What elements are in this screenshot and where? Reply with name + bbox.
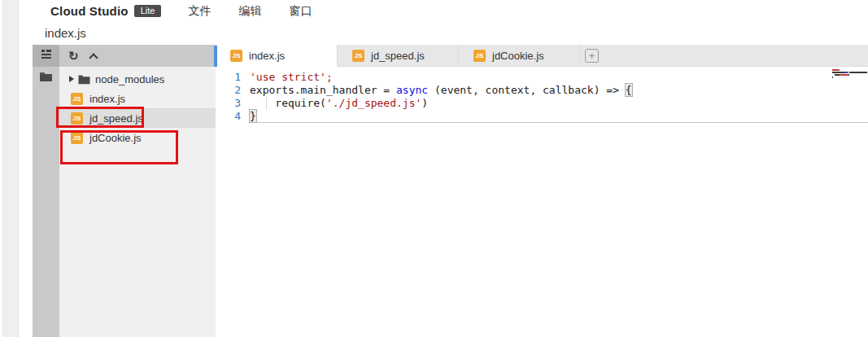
folder-icon: [78, 74, 90, 85]
annotation-box-jd-speed: [56, 107, 144, 128]
minimap-line: [832, 69, 866, 71]
code-editor[interactable]: 1'use strict';2exports.main_handler = as…: [216, 67, 868, 337]
minimap-line: [832, 72, 866, 73]
editor-tab-bar: JSindex.jsJSjd_speed.jsJSjdCookie.js+: [216, 45, 868, 67]
line-text: require('./jd_speed.js'): [250, 97, 868, 110]
minimap-line: [832, 74, 866, 76]
tree-item-label: node_modules: [95, 73, 164, 85]
menu-item-0[interactable]: 文件: [188, 4, 211, 19]
tab-bar-filler: [617, 45, 868, 67]
code-line-3: 3 require('./jd_speed.js'): [216, 97, 868, 110]
tab-jdCookie-js[interactable]: JSjdCookie.js: [459, 45, 580, 67]
code-line-1: 1'use strict';: [216, 71, 868, 84]
window-title-bar: index.js: [33, 22, 868, 45]
collapsed-arrow-icon: [69, 76, 74, 82]
explorer-button[interactable]: [33, 67, 59, 90]
tree-view-icon: [40, 48, 53, 64]
window-title: index.js: [33, 22, 868, 45]
activity-bar: [33, 45, 59, 337]
menu-item-1[interactable]: 编辑: [238, 4, 261, 19]
line-number: 1: [216, 71, 250, 84]
outer-left-gutter: [2, 0, 19, 337]
annotation-box-jdcookie: [60, 130, 178, 164]
line-number: 2: [216, 84, 250, 97]
code-line-4: 4}: [216, 110, 868, 123]
tree-view-button[interactable]: [33, 45, 59, 67]
line-text: }: [250, 110, 868, 123]
lite-badge: Lite: [134, 5, 162, 17]
indent-guide: [266, 97, 267, 110]
explorer-toolbar: ↻: [59, 45, 216, 67]
tree-item-node_modules[interactable]: node_modules: [59, 69, 216, 89]
refresh-icon[interactable]: ↻: [68, 49, 79, 63]
code-lines: 1'use strict';2exports.main_handler = as…: [216, 71, 868, 123]
js-file-icon: JS: [230, 50, 242, 62]
tree-item-index-js[interactable]: JSindex.js: [59, 89, 216, 108]
file-explorer-panel: ↻ node_modulesJSindex.jsJSjd_speed.jsJSj…: [59, 45, 216, 337]
new-tab-icon[interactable]: +: [585, 49, 599, 63]
tab-label: jd_speed.js: [371, 50, 425, 62]
line-number: 4: [216, 110, 250, 123]
new-tab-cell: +: [580, 45, 617, 67]
menu-bar: Cloud Studio Lite 文件编辑窗口: [33, 0, 868, 22]
menu-items: 文件编辑窗口: [188, 4, 339, 19]
minimap[interactable]: [832, 69, 866, 79]
collapse-all-icon[interactable]: [89, 53, 98, 62]
active-tab-indicator: [214, 46, 217, 67]
line-number: 3: [216, 97, 250, 110]
minimap-line: [832, 77, 866, 78]
app-brand: Cloud Studio: [50, 4, 129, 18]
cloud-studio-window: Cloud Studio Lite 文件编辑窗口 index.js: [0, 0, 868, 337]
folder-icon: [39, 71, 53, 85]
code-line-2: 2exports.main_handler = async (event, co…: [216, 84, 868, 97]
tab-label: index.js: [249, 50, 285, 62]
menu-item-2[interactable]: 窗口: [289, 4, 312, 19]
js-file-icon: JS: [71, 93, 83, 105]
js-file-icon: JS: [473, 50, 486, 62]
tree-item-label: index.js: [89, 93, 125, 105]
tab-index-js[interactable]: JSindex.js: [216, 45, 338, 67]
tab-jd_speed-js[interactable]: JSjd_speed.js: [338, 45, 459, 67]
line-text: 'use strict';: [250, 71, 868, 84]
js-file-icon: JS: [352, 50, 364, 62]
line-text: exports.main_handler = async (event, con…: [250, 84, 868, 97]
tab-label: jdCookie.js: [492, 50, 544, 62]
